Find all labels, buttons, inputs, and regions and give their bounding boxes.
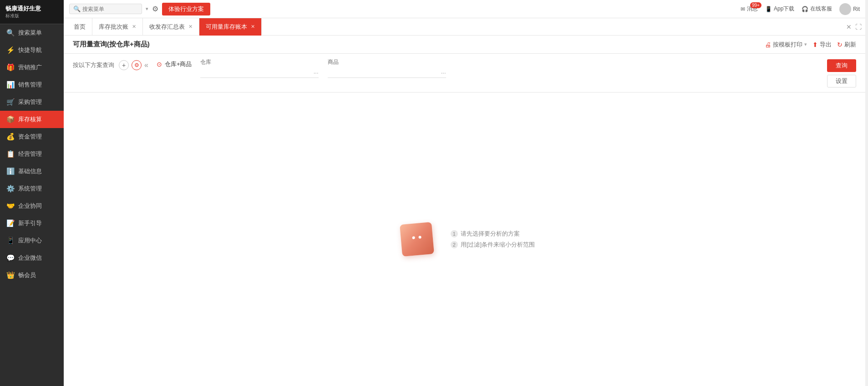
topbar: 🔍 ▾ ⚙ 体验行业方案 ✉ 消息 99+ 📱 App下载 🎧 在线客服 Rit xyxy=(64,0,865,18)
sidebar-item-label: 应用中心 xyxy=(18,237,42,245)
sidebar-item-label: 企业微信 xyxy=(18,254,42,262)
gear-icon: ⚙️ xyxy=(6,185,15,193)
online-service-button[interactable]: 🎧 在线客服 xyxy=(802,5,832,13)
goods-field-input: ··· xyxy=(328,68,446,78)
gear-settings-icon[interactable]: ⚙ xyxy=(152,5,158,13)
window-controls: ✕ ⛶ xyxy=(846,23,862,31)
sidebar-item-shortcut[interactable]: ⚡ 快捷导航 xyxy=(0,41,64,59)
filter-label: 按以下方案查询 xyxy=(73,58,114,69)
close-icon[interactable]: ✕ xyxy=(132,24,136,30)
filter-field-warehouse: 仓库 ··· xyxy=(200,58,319,78)
mobile-download-icon: 📱 xyxy=(765,6,772,12)
service-label: 在线客服 xyxy=(810,5,832,13)
hint-text-1: 请先选择要分析的方案 xyxy=(461,230,520,238)
sidebar-item-app-center[interactable]: 📱 应用中心 xyxy=(0,232,64,249)
user-profile-button[interactable]: Rit xyxy=(839,3,860,15)
handshake-icon: 🤝 xyxy=(6,202,15,210)
tab-summary[interactable]: 收发存汇总表 ✕ xyxy=(143,18,199,36)
sidebar-item-label: 企业协同 xyxy=(18,202,42,210)
tab-available-label: 可用量库存账本 xyxy=(206,23,247,31)
export-label: 导出 xyxy=(820,41,832,49)
gift-icon: 🎁 xyxy=(6,63,15,72)
info-icon: ℹ️ xyxy=(6,167,15,175)
box-illustration xyxy=(400,222,434,257)
tab-batch-label: 库存批次账 xyxy=(99,23,128,31)
sidebar-item-label: 营销推广 xyxy=(18,63,42,72)
page-title: 可用量查询(按仓库+商品) xyxy=(73,40,150,49)
chevron-down-icon[interactable]: ▾ xyxy=(146,6,148,12)
goods-more-button[interactable]: ··· xyxy=(441,69,446,76)
search-input[interactable] xyxy=(82,6,128,12)
avatar xyxy=(839,3,851,15)
tab-home-label: 首页 xyxy=(74,23,86,31)
empty-hints: 1 请先选择要分析的方案 2 用[过滤]条件来缩小分析范围 xyxy=(451,230,535,249)
close-window-icon[interactable]: ✕ xyxy=(846,23,852,31)
right-edge xyxy=(865,0,868,386)
sidebar-logo: 畅康通好生意 标准版 xyxy=(0,0,64,24)
sidebar-item-vip[interactable]: 👑 畅会员 xyxy=(0,267,64,284)
hint-text-2: 用[过滤]条件来缩小分析范围 xyxy=(461,241,535,249)
sidebar-item-sales[interactable]: 📊 销售管理 xyxy=(0,76,64,93)
filter-area: 按以下方案查询 + ⚙ « ⊙ 仓库+商品 仓库 ··· 商品 xyxy=(64,54,865,93)
filter-add-button[interactable]: + xyxy=(119,60,129,70)
query-button[interactable]: 查询 xyxy=(827,59,856,72)
hint-num-1: 1 xyxy=(451,230,458,237)
print-icon: 🖨 xyxy=(765,41,771,48)
expand-window-icon[interactable]: ⛶ xyxy=(855,23,862,31)
warehouse-more-button[interactable]: ··· xyxy=(314,69,319,76)
sidebar-item-purchase[interactable]: 🛒 采购管理 xyxy=(0,93,64,111)
settings-button[interactable]: 设置 xyxy=(827,75,856,87)
sidebar-item-label: 畅会员 xyxy=(18,271,36,279)
warehouse-input[interactable] xyxy=(200,69,312,76)
topbar-search-box[interactable]: 🔍 xyxy=(69,4,142,14)
sidebar-item-label: 系统管理 xyxy=(18,185,42,193)
tabs-bar: 首页 库存批次账 ✕ 收发存汇总表 ✕ 可用量库存账本 ✕ ✕ ⛶ xyxy=(64,18,865,36)
sidebar-item-wechat[interactable]: 💬 企业微信 xyxy=(0,249,64,267)
app-download-label: App下载 xyxy=(774,5,794,13)
app-title: 畅康通好生意 xyxy=(5,5,41,13)
sidebar-item-finance[interactable]: 💰 资金管理 xyxy=(0,128,64,145)
close-icon[interactable]: ✕ xyxy=(188,24,193,30)
filter-fields: 仓库 ··· 商品 ··· xyxy=(200,58,823,78)
export-button[interactable]: ⬆ 导出 xyxy=(812,41,832,49)
sidebar-item-label: 资金管理 xyxy=(18,133,42,141)
empty-illustration xyxy=(394,216,440,262)
tab-home[interactable]: 首页 xyxy=(67,18,92,36)
app-download-button[interactable]: 📱 App下载 xyxy=(765,5,794,13)
box-eye-left xyxy=(412,236,415,239)
main-content: 🔍 ▾ ⚙ 体验行业方案 ✉ 消息 99+ 📱 App下载 🎧 在线客服 Rit xyxy=(64,0,865,386)
lightning-icon: ⚡ xyxy=(6,46,15,54)
sidebar-item-collab[interactable]: 🤝 企业协同 xyxy=(0,197,64,215)
empty-hint-1: 1 请先选择要分析的方案 xyxy=(451,230,535,238)
filter-settings-button[interactable]: ⚙ xyxy=(132,60,142,70)
topbar-right: ✉ 消息 99+ 📱 App下载 🎧 在线客服 Rit xyxy=(741,3,860,15)
tab-batch[interactable]: 库存批次账 ✕ xyxy=(92,18,143,36)
crown-icon: 👑 xyxy=(6,271,15,279)
sidebar: 畅康通好生意 标准版 🔍 搜索菜单 ⚡ 快捷导航 🎁 营销推广 📊 销售管理 🛒… xyxy=(0,0,64,386)
sidebar-item-search[interactable]: 🔍 搜索菜单 xyxy=(0,24,64,41)
sidebar-item-operations[interactable]: 📋 经营管理 xyxy=(0,145,64,163)
trial-industry-button[interactable]: 体验行业方案 xyxy=(162,3,210,15)
headset-icon: 🎧 xyxy=(802,6,808,12)
refresh-button[interactable]: ↻ 刷新 xyxy=(837,41,856,49)
sidebar-item-label: 搜索菜单 xyxy=(18,29,42,37)
goods-input[interactable] xyxy=(328,69,439,76)
sidebar-item-onboarding[interactable]: 📝 新手引导 xyxy=(0,215,64,232)
sidebar-item-marketing[interactable]: 🎁 营销推广 xyxy=(0,59,64,76)
sidebar-item-inventory[interactable]: 📦 库存核算 xyxy=(0,111,64,128)
scheme-item-warehouse-goods[interactable]: ⊙ 仓库+商品 xyxy=(153,58,196,70)
guide-icon: 📝 xyxy=(6,219,15,227)
query-actions: 查询 设置 xyxy=(827,58,856,87)
tab-available[interactable]: 可用量库存账本 ✕ xyxy=(199,18,262,36)
sidebar-item-basic[interactable]: ℹ️ 基础信息 xyxy=(0,163,64,180)
message-button[interactable]: ✉ 消息 99+ xyxy=(741,5,758,13)
box-icon: 📦 xyxy=(6,115,15,124)
refresh-icon: ↻ xyxy=(837,41,843,48)
print-button[interactable]: 🖨 按模板打印 ▾ xyxy=(765,41,807,49)
chevron-down-icon[interactable]: ▾ xyxy=(804,41,807,47)
sidebar-item-system[interactable]: ⚙️ 系统管理 xyxy=(0,180,64,197)
close-icon[interactable]: ✕ xyxy=(251,24,255,30)
sidebar-item-label: 基础信息 xyxy=(18,167,42,175)
search-icon: 🔍 xyxy=(73,5,81,12)
filter-collapse-button[interactable]: « xyxy=(144,61,148,69)
